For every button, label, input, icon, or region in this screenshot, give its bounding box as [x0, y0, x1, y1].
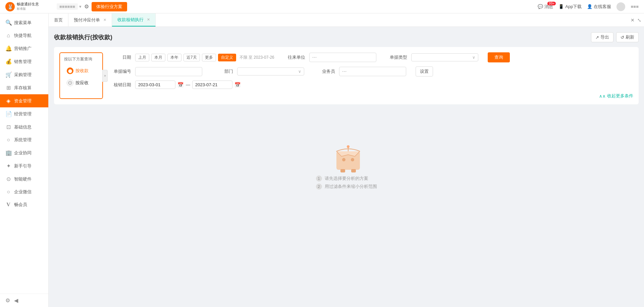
topbar-right: 💬 消息 99+ 📱 App下载 👤 在线客服 ■■■: [538, 2, 639, 11]
export-button[interactable]: ↗ 导出: [591, 32, 613, 42]
query-type-by-receipt[interactable]: ⬤ 按收款: [64, 65, 98, 76]
sidebar-label-inventory: 库存核算: [14, 85, 32, 91]
smart-hw-icon: ⊙: [5, 176, 11, 182]
chevron-down-icon[interactable]: ▾: [79, 4, 82, 9]
date-this-year-btn[interactable]: 本年: [167, 54, 181, 61]
tab-collection-close[interactable]: ✕: [147, 17, 150, 22]
page-header-actions: ↗ 导出 ↺ 刷新: [591, 32, 639, 42]
date-this-month-btn[interactable]: 本月: [151, 54, 165, 61]
beginner-icon: ✦: [5, 163, 11, 169]
verify-date-label: 核销日期: [112, 82, 131, 88]
verify-date-end-input[interactable]: [192, 81, 232, 89]
finance-icon: ◈: [5, 98, 11, 104]
doc-type-select[interactable]: ∨: [411, 53, 478, 61]
refresh-button[interactable]: ↺ 刷新: [616, 32, 639, 42]
sidebar-item-purchase[interactable]: 🛒 采购管理: [0, 68, 48, 81]
settings-button[interactable]: 设置: [416, 66, 433, 76]
topbar-gear-icon[interactable]: ⚙: [84, 3, 89, 10]
dept-select[interactable]: ∨: [237, 67, 304, 75]
solution-button[interactable]: 体验行业方案: [92, 2, 127, 11]
doc-num-input[interactable]: [135, 67, 202, 76]
app-download-label: App下载: [565, 4, 582, 10]
query-button[interactable]: 查询: [488, 52, 510, 62]
sidebar-item-beginner[interactable]: ✦ 新手引导: [0, 159, 48, 172]
settings-icon[interactable]: ⚙: [5, 297, 10, 304]
svg-rect-6: [340, 169, 345, 172]
date-last-month-btn[interactable]: 上月: [135, 54, 149, 61]
calendar-start-icon[interactable]: 📅: [177, 82, 184, 88]
by-receivable-label: 按应收: [75, 80, 89, 86]
sidebar-item-enterprise[interactable]: 🏢 企业协同: [0, 146, 48, 159]
basic-info-icon: ⊡: [5, 124, 11, 130]
by-receipt-icon: ⬤: [67, 67, 73, 74]
sidebar-item-system[interactable]: ○ 系统管理: [0, 134, 48, 146]
calendar-end-icon[interactable]: 📅: [234, 82, 241, 88]
svg-point-2: [342, 158, 345, 161]
date-more-btn[interactable]: 更多: [202, 54, 216, 61]
app-download-group[interactable]: 📱 App下载: [558, 4, 582, 10]
svg-point-3: [351, 158, 354, 161]
avatar[interactable]: [616, 2, 625, 11]
sidebar-item-search-menu[interactable]: 🔍 搜索菜单: [0, 16, 48, 29]
sidebar-label-system: 系统管理: [14, 137, 32, 143]
doc-num-label: 单据编号: [112, 68, 131, 74]
more-conditions-button[interactable]: ∧∧ 收起更多条件: [599, 93, 633, 99]
page-header: 收款核销执行(按收款) ↗ 导出 ↺ 刷新: [54, 32, 639, 42]
brand: 🐰 畅捷通好生意 标准版: [5, 2, 54, 11]
salesman-select[interactable]: ···: [339, 67, 406, 76]
tip-num-2: 2: [316, 184, 322, 190]
topbar-left: 🐰 畅捷通好生意 标准版 ■■■■■■ ▾ ⚙ 体验行业方案: [5, 2, 538, 11]
collapse-filter-button[interactable]: »: [102, 70, 108, 82]
sidebar-label-basic-info: 基础信息: [14, 124, 32, 130]
counterpart-select[interactable]: ···: [309, 53, 376, 62]
dept-chevron-icon: ∨: [298, 69, 301, 74]
empty-tips: 1 请先选择要分析的方案 2 用过滤条件来缩小分析范围: [316, 175, 377, 190]
filter-row-3: 核销日期 📅 — 📅: [112, 81, 633, 89]
sidebar-nav: 🔍 搜索菜单 ⌂ 快捷导航 🔔 营销推广 💰 销售管理 🛒 采购管理 ⊞ 库: [0, 13, 48, 294]
date-custom-btn[interactable]: 自定义: [218, 54, 236, 61]
query-type-by-receivable[interactable]: 按应收: [64, 78, 98, 88]
collapse-sidebar-icon[interactable]: ◀: [14, 297, 18, 304]
sidebar-label-search-menu: 搜索菜单: [14, 20, 32, 26]
tab-expand-button[interactable]: ⤡: [637, 17, 641, 23]
sidebar-item-operation[interactable]: 📄 经营管理: [0, 107, 48, 120]
filter-row-2: 单据编号 部门 ∨ 业务员 ··· 设置: [112, 66, 633, 76]
tab-prepay[interactable]: 预付冲应付单 ✕: [68, 13, 112, 27]
tab-close-all-button[interactable]: ✕: [631, 17, 635, 23]
empty-robot-illustration: [330, 138, 363, 171]
date-7days-btn[interactable]: 近7天: [183, 54, 200, 61]
marketing-icon: 🔔: [5, 45, 11, 52]
tip-text-1: 请先选择要分析的方案: [325, 175, 368, 182]
more-conditions-row: ∧∧ 收起更多条件: [112, 93, 633, 99]
search-icon: 🔍: [5, 19, 11, 26]
sidebar-label-finance: 资金管理: [14, 98, 32, 104]
content-area: 首页 预付冲应付单 ✕ 收款核销执行 ✕ ✕ ⤡ 收款核销执行(按收款): [49, 13, 644, 307]
online-service-group[interactable]: 👤 在线客服: [587, 4, 611, 10]
export-icon: ↗: [595, 35, 599, 40]
sidebar-item-wechat[interactable]: ○ 企业微信: [0, 186, 48, 198]
sidebar-label-marketing: 营销推广: [14, 46, 32, 52]
sidebar-item-quick-nav[interactable]: ⌂ 快捷导航: [0, 29, 48, 42]
tab-collection[interactable]: 收款核销执行 ✕: [112, 13, 156, 27]
verify-date-start-input[interactable]: [135, 81, 175, 89]
message-icon: 💬: [538, 4, 543, 9]
tab-home[interactable]: 首页: [49, 13, 68, 27]
by-receivable-icon: [67, 80, 73, 86]
sidebar-item-sales[interactable]: 💰 销售管理: [0, 55, 48, 68]
sidebar-label-wechat: 企业微信: [14, 189, 32, 195]
tab-prepay-close[interactable]: ✕: [103, 18, 106, 22]
sidebar-item-finance[interactable]: ◈ 资金管理: [0, 94, 48, 107]
message-icon-group[interactable]: 💬 消息 99+: [538, 4, 553, 10]
tip-num-1: 1: [316, 175, 322, 182]
sidebar-item-marketing[interactable]: 🔔 营销推广: [0, 42, 48, 55]
chevron-up-icon: ∧∧: [599, 94, 606, 99]
brand-edition: 标准版: [17, 7, 39, 11]
sidebar-item-basic-info[interactable]: ⊡ 基础信息: [0, 120, 48, 134]
sidebar-item-smart-hw[interactable]: ⊙ 智能硬件: [0, 172, 48, 186]
empty-tip-1: 1 请先选择要分析的方案: [316, 175, 377, 182]
refresh-icon: ↺: [621, 35, 624, 40]
sidebar-item-inventory[interactable]: ⊞ 库存核算: [0, 81, 48, 94]
counterpart-dots: ···: [312, 54, 317, 60]
sidebar-item-member[interactable]: V 畅会员: [0, 198, 48, 211]
chevron-icon: ∨: [472, 55, 475, 60]
